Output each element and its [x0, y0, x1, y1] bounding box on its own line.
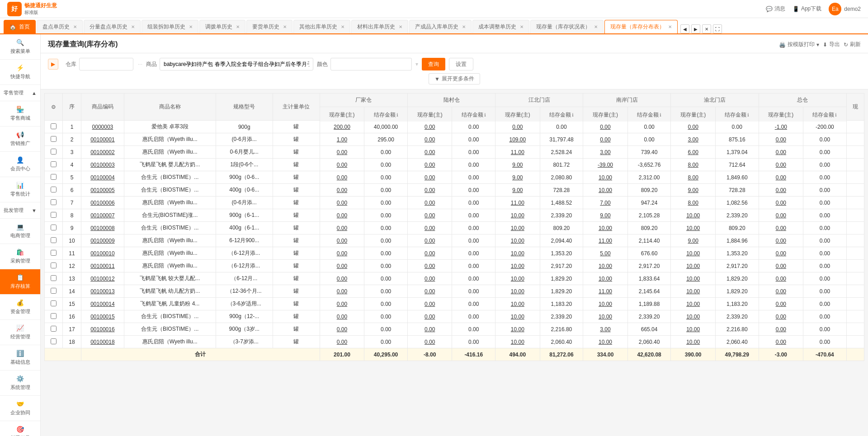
- cell-w4-qty[interactable]: 10.00: [583, 171, 627, 184]
- cell-w4-qty[interactable]: 7.00: [583, 197, 627, 209]
- cell-w2-qty[interactable]: 0.00: [407, 234, 452, 247]
- cell-w2-qty[interactable]: 0.00: [407, 197, 452, 209]
- cell-checkbox[interactable]: [45, 336, 63, 348]
- cell-w5-qty[interactable]: 10.00: [671, 323, 715, 336]
- cell-w1-qty[interactable]: 0.00: [320, 209, 364, 222]
- tab-cailiao[interactable]: 材料出库单历史 ✕: [351, 20, 408, 33]
- cell-code[interactable]: 00100010: [81, 247, 124, 260]
- cell-code[interactable]: 00100016: [81, 323, 124, 336]
- row-checkbox[interactable]: [51, 212, 57, 218]
- cell-w5-qty[interactable]: 10.00: [671, 222, 715, 234]
- cell-w5-qty[interactable]: 10.00: [671, 310, 715, 323]
- cell-w5-qty[interactable]: 10.00: [671, 247, 715, 260]
- row-checkbox[interactable]: [51, 338, 57, 344]
- tab-close-1[interactable]: ✕: [73, 24, 77, 29]
- row-checkbox[interactable]: [51, 263, 57, 268]
- cell-w5-qty[interactable]: 9.00: [671, 234, 715, 247]
- cell-w2-qty[interactable]: 0.00: [407, 146, 452, 159]
- sidebar-item-finance[interactable]: 💰 资金管理: [0, 295, 40, 320]
- cell-checkbox[interactable]: [45, 209, 63, 222]
- cell-w1-qty[interactable]: 0.00: [320, 184, 364, 197]
- user-area[interactable]: Ea demo2: [829, 3, 861, 15]
- cell-w1-qty[interactable]: 0.00: [320, 159, 364, 171]
- cell-w2-qty[interactable]: 0.00: [407, 272, 452, 285]
- cell-w1-qty[interactable]: 0.00: [320, 247, 364, 260]
- refresh-btn[interactable]: ↻ 刷新: [844, 41, 861, 48]
- cell-w5-qty[interactable]: 10.00: [671, 260, 715, 272]
- tab-close-5[interactable]: ✕: [283, 24, 287, 29]
- sidebar-item-inventory[interactable]: 📋 库存核算: [0, 269, 40, 295]
- cell-w3-qty[interactable]: 10.00: [495, 323, 540, 336]
- cell-w3-qty[interactable]: 10.00: [495, 234, 540, 247]
- cell-checkbox[interactable]: [45, 197, 63, 209]
- cell-w2-qty[interactable]: 0.00: [407, 209, 452, 222]
- cell-checkbox[interactable]: [45, 133, 63, 146]
- cell-w5-qty[interactable]: 10.00: [671, 336, 715, 348]
- cell-w5-qty[interactable]: 0.00: [671, 121, 715, 133]
- tab-close-7[interactable]: ✕: [399, 24, 402, 29]
- cell-w4-qty[interactable]: 10.00: [583, 184, 627, 197]
- cell-w1-qty[interactable]: 0.00: [320, 298, 364, 310]
- cell-w5-qty[interactable]: 6.00: [671, 146, 715, 159]
- cell-checkbox[interactable]: [45, 184, 63, 197]
- cell-w3-qty[interactable]: 11.00: [495, 197, 540, 209]
- cell-w2-qty[interactable]: 0.00: [407, 247, 452, 260]
- tab-next-btn[interactable]: ▶: [691, 24, 700, 33]
- color-input[interactable]: [330, 58, 412, 70]
- tab-zuzhuang[interactable]: 组装拆卸单历史 ✕: [142, 20, 198, 33]
- cell-total-qty[interactable]: 0.00: [759, 171, 803, 184]
- cell-total-qty[interactable]: -1.00: [759, 121, 803, 133]
- cell-w1-qty[interactable]: 0.00: [320, 260, 364, 272]
- cell-w1-qty[interactable]: 0.00: [320, 323, 364, 336]
- cell-w4-qty[interactable]: 10.00: [583, 298, 627, 310]
- tab-fenliang[interactable]: 分量盘点单历史 ✕: [84, 20, 141, 33]
- print-btn[interactable]: 🖨️ 按模版打印 ▾: [779, 41, 819, 48]
- cell-w3-qty[interactable]: 10.00: [495, 310, 540, 323]
- sidebar-item-ecommerce[interactable]: 💻 电商管理: [0, 219, 40, 244]
- gear-icon[interactable]: ⚙: [51, 104, 56, 110]
- row-checkbox[interactable]: [51, 275, 57, 281]
- tab-diaobo[interactable]: 调拨单历史 ✕: [199, 20, 245, 33]
- cell-w4-qty[interactable]: 3.00: [583, 146, 627, 159]
- cell-w3-qty[interactable]: 10.00: [495, 222, 540, 234]
- cell-w1-qty[interactable]: 0.00: [320, 310, 364, 323]
- sidebar-item-collab[interactable]: 🤝 企业协同: [0, 396, 40, 421]
- cell-code[interactable]: 00100013: [81, 285, 124, 298]
- cell-w4-qty[interactable]: 3.00: [583, 323, 627, 336]
- cell-total-qty[interactable]: 0.00: [759, 146, 803, 159]
- cell-w4-qty[interactable]: 10.00: [583, 260, 627, 272]
- cell-code[interactable]: 00100005: [81, 184, 124, 197]
- cell-w1-qty[interactable]: 0.00: [320, 272, 364, 285]
- cell-w5-qty[interactable]: 9.00: [671, 184, 715, 197]
- cell-checkbox[interactable]: [45, 323, 63, 336]
- cell-w2-qty[interactable]: 0.00: [407, 336, 452, 348]
- cell-checkbox[interactable]: [45, 298, 63, 310]
- cell-w5-qty[interactable]: 8.00: [671, 197, 715, 209]
- goods-input[interactable]: [160, 58, 313, 70]
- cell-checkbox[interactable]: [45, 146, 63, 159]
- cell-total-qty[interactable]: 0.00: [759, 310, 803, 323]
- cell-total-qty[interactable]: 0.00: [759, 298, 803, 310]
- query-btn[interactable]: 查询: [422, 58, 445, 70]
- sidebar-item-guide[interactable]: 🎯 新手引导: [0, 421, 40, 436]
- cell-w3-qty[interactable]: 10.00: [495, 272, 540, 285]
- row-checkbox[interactable]: [51, 250, 57, 256]
- cell-checkbox[interactable]: [45, 310, 63, 323]
- cell-code[interactable]: 00100009: [81, 234, 124, 247]
- cell-w1-qty[interactable]: 0.00: [320, 234, 364, 247]
- message-btn[interactable]: 💬 消息: [766, 5, 785, 13]
- row-checkbox[interactable]: [51, 161, 57, 167]
- cell-code[interactable]: 00100006: [81, 197, 124, 209]
- sidebar-item-operations[interactable]: 📈 经营管理: [0, 320, 40, 345]
- tab-chengben[interactable]: 成本调整单历史 ✕: [472, 20, 529, 33]
- cell-w4-qty[interactable]: 5.00: [583, 247, 627, 260]
- app-download-btn[interactable]: 📱 App下载: [793, 5, 821, 13]
- row-checkbox[interactable]: [51, 326, 57, 332]
- cell-total-qty[interactable]: 0.00: [759, 247, 803, 260]
- export-btn[interactable]: ⬇ 导出: [823, 41, 840, 48]
- cell-w1-qty[interactable]: 1.00: [320, 133, 364, 146]
- sidebar-item-wholesale[interactable]: 批发管理 ▼: [0, 202, 40, 219]
- tab-xiancun-fen[interactable]: 现存量（库存分布表） ✕: [604, 20, 678, 33]
- cell-code[interactable]: 0000003: [81, 121, 124, 133]
- cell-w1-qty[interactable]: 0.00: [320, 222, 364, 234]
